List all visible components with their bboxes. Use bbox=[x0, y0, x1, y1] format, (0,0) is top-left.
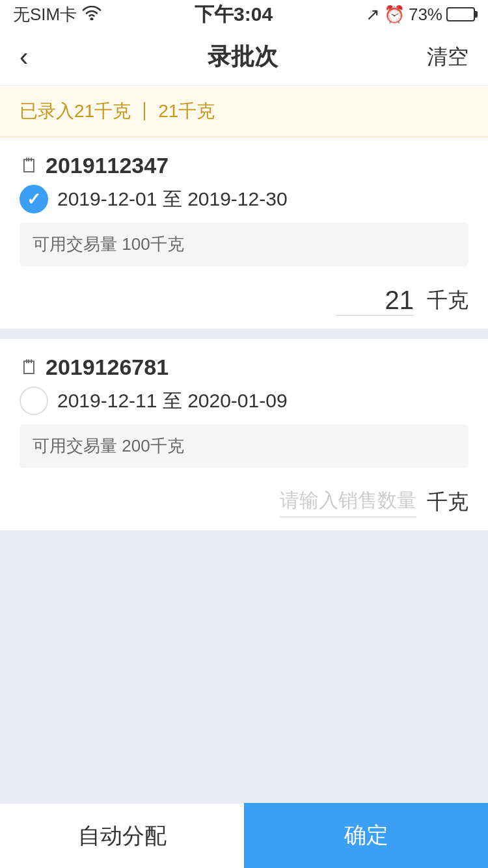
input-unit-2: 千克 bbox=[427, 488, 468, 517]
batch-date-row-1[interactable]: ✓ 2019-12-01 至 2019-12-30 bbox=[0, 185, 488, 223]
batch-date-row-2[interactable]: 2019-12-11 至 2020-01-09 bbox=[0, 387, 488, 424]
nav-bar: ‹ 录批次 清空 bbox=[0, 29, 488, 86]
batch-header-2: 🗒 2019126781 bbox=[0, 339, 488, 387]
summary-value: 21千克 bbox=[158, 99, 215, 124]
amount-row-1: 21 千克 bbox=[0, 279, 488, 329]
wifi-icon bbox=[82, 5, 102, 25]
auto-distribute-button[interactable]: 自动分配 bbox=[0, 803, 244, 868]
summary-banner: 已录入21千克 21千克 bbox=[0, 86, 488, 137]
batch-card-2: 🗒 2019126781 2019-12-11 至 2020-01-09 可用交… bbox=[0, 339, 488, 530]
clear-button[interactable]: 清空 bbox=[427, 43, 468, 72]
footer: 自动分配 确定 bbox=[0, 803, 488, 868]
quantity-input-2[interactable]: 请输入销售数量 bbox=[280, 487, 416, 517]
location-icon: ↗ bbox=[366, 5, 380, 25]
carrier-label: 无SIM卡 bbox=[13, 3, 77, 26]
battery-percent: 73% bbox=[409, 5, 442, 25]
batch-id-2: 2019126781 bbox=[46, 355, 169, 380]
batch-quantity-2: 可用交易量 200千克 bbox=[20, 424, 468, 468]
back-button[interactable]: ‹ bbox=[20, 42, 59, 72]
amount-unit-1: 千克 bbox=[427, 286, 468, 315]
status-right: ↗ ⏰ 73% bbox=[366, 5, 475, 25]
separator-1 bbox=[0, 329, 488, 339]
amount-input-1[interactable]: 21 bbox=[336, 286, 414, 316]
input-placeholder-2: 请输入销售数量 bbox=[280, 489, 416, 511]
radio-button-2[interactable] bbox=[20, 387, 48, 415]
confirm-button[interactable]: 确定 bbox=[244, 803, 488, 868]
battery-icon bbox=[446, 7, 475, 21]
batch-date-2: 2019-12-11 至 2020-01-09 bbox=[57, 388, 288, 414]
time-display: 下午3:04 bbox=[195, 1, 273, 28]
amount-value-1: 21 bbox=[385, 286, 414, 314]
confirm-label: 确定 bbox=[344, 821, 388, 850]
check-icon-1: ✓ bbox=[27, 189, 41, 210]
batch-header-1: 🗒 2019112347 bbox=[0, 137, 488, 185]
batch-quantity-1: 可用交易量 100千克 bbox=[20, 223, 468, 266]
summary-label: 已录入21千克 bbox=[20, 99, 131, 124]
batch-date-1: 2019-12-01 至 2019-12-30 bbox=[57, 186, 288, 213]
alarm-icon: ⏰ bbox=[384, 5, 405, 25]
radio-button-1[interactable]: ✓ bbox=[20, 185, 48, 213]
summary-divider bbox=[144, 102, 145, 120]
auto-distribute-label: 自动分配 bbox=[78, 821, 167, 851]
status-bar: 无SIM卡 下午3:04 ↗ ⏰ 73% bbox=[0, 0, 488, 29]
batch-card-1: 🗒 2019112347 ✓ 2019-12-01 至 2019-12-30 可… bbox=[0, 137, 488, 329]
batch-document-icon-2: 🗒 bbox=[20, 357, 39, 379]
status-left: 无SIM卡 bbox=[13, 3, 102, 26]
batch-id-1: 2019112347 bbox=[46, 153, 169, 178]
page-title: 录批次 bbox=[208, 41, 278, 73]
input-row-2: 请输入销售数量 千克 bbox=[0, 481, 488, 530]
batch-document-icon-1: 🗒 bbox=[20, 155, 39, 177]
